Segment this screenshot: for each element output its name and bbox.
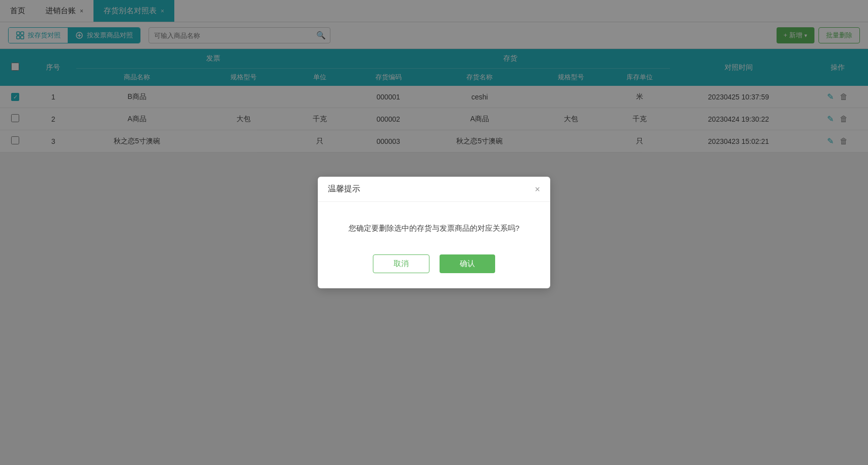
dialog-header: 温馨提示 × [318,177,550,202]
dialog-overlay: 温馨提示 × 您确定要删除选中的存货与发票商品的对应关系吗? 取消 确认 [0,0,868,304]
dialog-cancel-button[interactable]: 取消 [373,254,429,273]
dialog-close-button[interactable]: × [535,185,540,194]
dialog-message: 您确定要删除选中的存货与发票商品的对应关系吗? [349,224,519,232]
dialog-title: 温馨提示 [328,184,360,194]
dialog-body: 您确定要删除选中的存货与发票商品的对应关系吗? [318,202,550,249]
confirm-dialog: 温馨提示 × 您确定要删除选中的存货与发票商品的对应关系吗? 取消 确认 [318,177,550,288]
dialog-confirm-button[interactable]: 确认 [440,254,495,273]
dialog-footer: 取消 确认 [318,249,550,288]
